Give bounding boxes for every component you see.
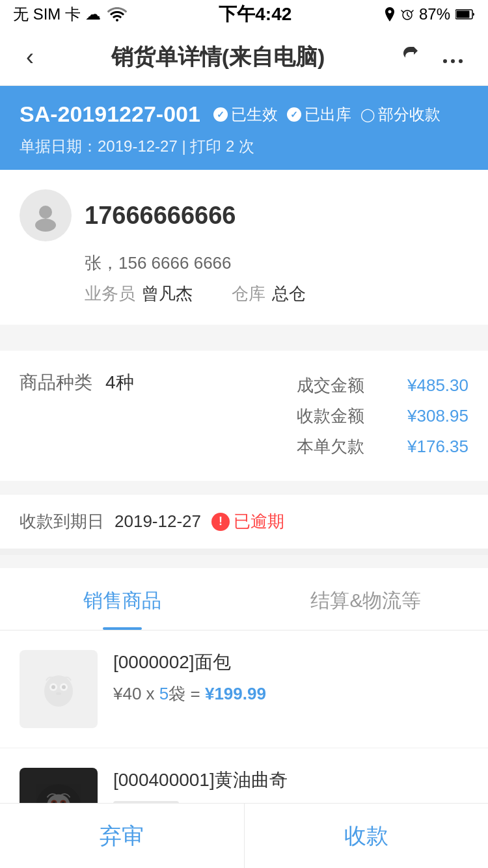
svg-point-14 [56, 692, 61, 695]
customer-info: 张，156 6666 6666 [20, 252, 468, 275]
stats-left: 商品种类 4种 [20, 370, 134, 395]
category-label: 商品种类 [20, 370, 92, 395]
svg-point-4 [443, 59, 447, 63]
location-icon [384, 7, 396, 21]
tabs-section: 销售商品 结算&物流等 [0, 568, 488, 631]
clock-icon: ◯ [360, 107, 375, 122]
overdue-dot: ! [211, 513, 230, 531]
owed-label: 本单欠款 [297, 431, 364, 462]
product-name-2: [000400001]黄油曲奇 [113, 768, 468, 793]
confirm-button[interactable]: 收款 [245, 804, 489, 868]
customer-section: 17666666666 张，156 6666 6666 业务员 曾凡杰 仓库 总… [0, 170, 488, 325]
collected-row: 收款金额 ¥308.95 [297, 401, 468, 431]
order-id: SA-20191227-001 [20, 102, 200, 127]
warehouse-label: 仓库 [232, 282, 265, 305]
alarm-icon [401, 7, 414, 21]
battery-icon [455, 9, 475, 20]
warehouse-item: 仓库 总仓 [232, 282, 306, 305]
warehouse-value: 总仓 [272, 282, 306, 305]
nav-bar: ‹ 销货单详情(来自电脑) [0, 29, 488, 86]
status-bar-time: 下午4:42 [219, 2, 291, 27]
svg-rect-2 [456, 11, 469, 18]
due-label: 收款到期日 [20, 510, 104, 533]
check-icon-2: ✓ [287, 107, 301, 122]
svg-point-8 [35, 219, 56, 232]
svg-point-9 [44, 675, 73, 707]
status-badge-shipped: ✓ 已出库 [287, 104, 351, 125]
page-title: 销货单详情(来自电脑) [40, 42, 396, 72]
tab-sales-products[interactable]: 销售商品 [0, 568, 244, 630]
battery-percent: 87% [419, 5, 450, 23]
due-date: 2019-12-27 [115, 511, 201, 532]
tab-settlement[interactable]: 结算&物流等 [244, 568, 488, 630]
svg-point-5 [451, 59, 455, 63]
share-icon[interactable] [396, 40, 424, 74]
customer-name: 17666666666 [85, 202, 236, 230]
deal-label: 成交金额 [297, 370, 364, 401]
avatar [20, 189, 72, 241]
svg-point-6 [459, 59, 463, 63]
check-icon-1: ✓ [213, 107, 228, 122]
order-date: 单据日期：2019-12-27 | 打印 2 次 [20, 136, 468, 157]
svg-point-12 [51, 685, 55, 689]
customer-row: 17666666666 [20, 189, 468, 241]
due-section: 收款到期日 2019-12-27 ! 已逾期 [0, 494, 488, 555]
overdue-text: 已逾期 [234, 510, 284, 533]
product-price-1: ¥40 x 5袋 = ¥199.99 [113, 683, 468, 705]
collected-value: ¥308.95 [377, 401, 468, 431]
owed-row: 本单欠款 ¥176.35 [297, 431, 468, 462]
status-badge-partial: ◯ 部分收款 [360, 104, 441, 125]
product-thumb-1 [20, 650, 98, 728]
status-bar-left: 无 SIM 卡 ☁ [13, 4, 127, 25]
svg-point-13 [62, 685, 66, 689]
product-name-1: [0000002]面包 [113, 650, 468, 675]
stats-right: 成交金额 ¥485.30 收款金额 ¥308.95 本单欠款 ¥176.35 [297, 370, 468, 461]
product-info-1: [0000002]面包 ¥40 x 5袋 = ¥199.99 [113, 650, 468, 728]
deal-row: 成交金额 ¥485.30 [297, 370, 468, 401]
owed-value: ¥176.35 [377, 431, 468, 462]
status-bar: 无 SIM 卡 ☁ 下午4:42 87% [0, 0, 488, 29]
customer-meta: 业务员 曾凡杰 仓库 总仓 [20, 282, 468, 305]
svg-point-7 [39, 206, 52, 219]
svg-rect-3 [402, 57, 418, 59]
back-button[interactable]: ‹ [20, 37, 40, 77]
salesperson-value: 曾凡杰 [142, 282, 193, 305]
salesperson-item: 业务员 曾凡杰 [85, 282, 193, 305]
category-value: 4种 [105, 370, 134, 395]
more-icon[interactable] [437, 41, 468, 74]
order-header: SA-20191227-001 ✓ 已生效 ✓ 已出库 ◯ 部分收款 单据日期：… [0, 86, 488, 170]
status-bar-right: 87% [384, 5, 475, 23]
overdue-badge: ! 已逾期 [211, 510, 284, 533]
nav-actions [396, 40, 468, 74]
status-badge-effective: ✓ 已生效 [213, 104, 278, 125]
product-item-1: [0000002]面包 ¥40 x 5袋 = ¥199.99 [0, 631, 488, 748]
bottom-bar: 弃审 收款 [0, 803, 488, 868]
deal-value: ¥485.30 [377, 370, 468, 401]
stats-section: 商品种类 4种 成交金额 ¥485.30 收款金额 ¥308.95 本单欠款 ¥… [0, 351, 488, 481]
collected-label: 收款金额 [297, 401, 364, 431]
status-badges: ✓ 已生效 ✓ 已出库 ◯ 部分收款 [213, 104, 441, 125]
sim-status: 无 SIM 卡 ☁ [13, 4, 101, 25]
wifi-icon [107, 7, 127, 21]
cancel-button[interactable]: 弃审 [0, 804, 245, 868]
divider-1 [0, 338, 488, 351]
salesperson-label: 业务员 [85, 282, 135, 305]
